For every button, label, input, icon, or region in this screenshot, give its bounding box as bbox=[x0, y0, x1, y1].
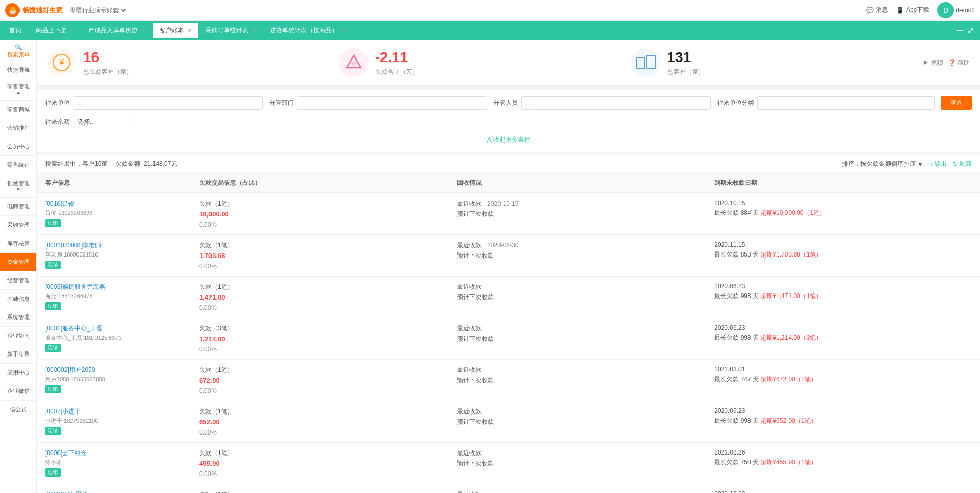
collect-info-0: 最近收款 2020-10-15 预计下次收款 bbox=[457, 200, 715, 220]
customer-phone-3: 服务中心_丁磊 181 0125 8371 bbox=[45, 334, 199, 342]
expand-filters-row[interactable]: ⋀ 收起更多条件 bbox=[45, 133, 972, 146]
filter-balance-select[interactable]: 选择... bbox=[73, 115, 134, 128]
customer-tag-2: 现销 bbox=[45, 302, 61, 310]
close-tab-product-status[interactable]: ✕ bbox=[71, 28, 75, 33]
debt-info-4: 欠款（1笔） 672.00 0.00% bbox=[199, 366, 457, 395]
tab-customer-account[interactable]: 客户账本 ✕ bbox=[153, 23, 198, 38]
collect-next-0: 预计下次收款 bbox=[457, 210, 715, 219]
filter-manager-input[interactable] bbox=[521, 96, 711, 110]
customer-name-4[interactable]: [000002]用户2050 bbox=[45, 366, 199, 374]
overdue-link-5[interactable]: 超期¥652.00（1笔） bbox=[760, 417, 817, 424]
video-btn[interactable]: ▶ 视频 bbox=[923, 58, 943, 67]
overdue-link-6[interactable]: 超期¥455.90（1笔） bbox=[760, 459, 817, 466]
filter-department-select[interactable] bbox=[297, 96, 487, 110]
customer-info-4: [000002]用户2050 用户2050 18665062050 现销 bbox=[45, 366, 199, 393]
customer-name-2[interactable]: [0003]畅捷服务尹海燕 bbox=[45, 283, 199, 291]
store-select[interactable]: 母婴行业演示账套 bbox=[68, 6, 127, 14]
close-tab-purchase-order[interactable]: ✕ bbox=[253, 28, 257, 33]
top-bar: 🐣 畅捷通好生意 母婴行业演示账套 💬 消息 📱 App下载 D demo2 bbox=[0, 0, 980, 21]
sidebar-item-finance[interactable]: 资金管理 bbox=[0, 253, 36, 271]
sidebar-item-member[interactable]: 会员中心 bbox=[0, 137, 36, 156]
tab-purchase-order[interactable]: 采购订单统计表 ✕ bbox=[199, 23, 263, 38]
debt-label-6: 欠款（1笔） bbox=[199, 449, 457, 458]
tab-home[interactable]: 首页 bbox=[2, 23, 29, 38]
customer-name-6[interactable]: [0006]去下粮仓 bbox=[45, 449, 199, 458]
sidebar-item-batch-mgmt[interactable]: 批发管理 ▼ bbox=[0, 174, 36, 198]
filter-row-2: 往来余额 选择... bbox=[45, 115, 972, 128]
debt-amount-1[interactable]: 1,703.68 bbox=[199, 252, 457, 260]
debt-ratio-0: 0.00% bbox=[199, 221, 457, 228]
collect-label-0: 最近收款 2020-10-15 bbox=[457, 200, 715, 208]
app-download-btn[interactable]: 📱 App下载 bbox=[896, 6, 929, 14]
results-bar: 搜索结果中，客户16家 欠款金额 -21,148.07元 排序：按欠款金额倒序排… bbox=[37, 155, 980, 172]
sidebar-item-vip[interactable]: 畅会员 bbox=[0, 401, 36, 419]
export-btn[interactable]: ↑ 导出 bbox=[930, 160, 947, 168]
tab-product-history[interactable]: 产成品入库单历史 ✕ bbox=[82, 23, 152, 38]
help-btn[interactable]: ❓ 帮助 bbox=[948, 58, 970, 67]
customer-tag-6: 现销 bbox=[45, 468, 61, 477]
table-row: [000002]用户2050 用户2050 18665062050 现销 欠款（… bbox=[37, 360, 980, 401]
tab-minimize-icon[interactable]: ─ bbox=[957, 26, 963, 35]
customer-tag-5: 现销 bbox=[45, 427, 61, 435]
refresh-btn[interactable]: ↻ 刷新 bbox=[953, 160, 972, 168]
filter-partner-input[interactable] bbox=[73, 96, 263, 110]
filter-category-select[interactable] bbox=[757, 96, 935, 110]
tab-import-stats[interactable]: 进货单统计表（按商品） ✕ bbox=[264, 23, 352, 38]
overdue-link-3[interactable]: 超期¥1,214.00（3笔） bbox=[760, 334, 822, 341]
sidebar-item-newbie[interactable]: 新手引导 bbox=[0, 345, 36, 364]
sidebar-item-system[interactable]: 系统管理 bbox=[0, 308, 36, 327]
customer-name-5[interactable]: [0007]小进干 bbox=[45, 407, 199, 416]
sidebar-item-inventory[interactable]: 库存核算 bbox=[0, 234, 36, 253]
chevron-up-icon: ⋀ bbox=[487, 136, 492, 143]
sort-label[interactable]: 排序：按欠款金额倒序排序 ▼ bbox=[842, 160, 924, 168]
customer-name-7[interactable]: [000001]黄思源 bbox=[45, 490, 199, 493]
sidebar-item-search[interactable]: 🔍 搜索菜单 bbox=[0, 40, 36, 63]
close-tab-product-history[interactable]: ✕ bbox=[142, 28, 146, 33]
overdue-link-4[interactable]: 超期¥672.00（1笔） bbox=[760, 376, 817, 383]
sidebar-item-retail-store[interactable]: 零售商城 bbox=[0, 101, 36, 119]
debt-amount-4[interactable]: 672.00 bbox=[199, 377, 457, 384]
overdue-link-2[interactable]: 超期¥1,471.00（1笔） bbox=[760, 292, 822, 300]
stats-row: ¥ 16 总欠款客户（家） ◇ -2.11 欠款合计（万） bbox=[37, 40, 980, 86]
filter-balance: 往来余额 选择... bbox=[45, 115, 972, 128]
sidebar-item-operations[interactable]: 经营管理 bbox=[0, 271, 36, 290]
sidebar-item-purchase[interactable]: 采购管理 bbox=[0, 216, 36, 234]
overdue-link-0[interactable]: 超期¥10,000.00（1笔） bbox=[760, 209, 825, 216]
svg-text:¥: ¥ bbox=[59, 58, 64, 67]
debt-amount-6[interactable]: 455.90 bbox=[199, 460, 457, 467]
close-tab-customer-account[interactable]: ✕ bbox=[188, 28, 192, 33]
debt-amount-3[interactable]: 1,214.00 bbox=[199, 335, 457, 343]
logo-text: 畅捷通好生意 bbox=[23, 6, 63, 15]
tab-expand-icon[interactable]: ⤢ bbox=[967, 26, 974, 35]
debt-amount-5[interactable]: 652.00 bbox=[199, 418, 457, 426]
search-button[interactable]: 查询 bbox=[941, 96, 972, 110]
collect-label-5: 最近收款 bbox=[457, 407, 715, 416]
sidebar-item-app-center[interactable]: 应用中心 bbox=[0, 364, 36, 382]
message-btn[interactable]: 💬 消息 bbox=[866, 6, 888, 14]
expire-info-6: 2021.02.26 最长欠款 750 天 超期¥455.90（1笔） bbox=[714, 449, 972, 467]
customer-name-1[interactable]: [0001020001]李老师 bbox=[45, 241, 199, 250]
user-avatar[interactable]: D demo2 bbox=[937, 2, 975, 18]
collect-info-4: 最近收款 预计下次收款 bbox=[457, 366, 715, 386]
sidebar-item-retail-stats[interactable]: 零售统计 bbox=[0, 156, 36, 174]
sidebar-item-retail-mgmt[interactable]: 零售管理 ▲ bbox=[0, 77, 36, 101]
sidebar-item-wechat[interactable]: 企业微信 bbox=[0, 382, 36, 401]
table-row: [000001]黄思源 黄思源 13552700226 现销 欠款（1笔） 42… bbox=[37, 484, 980, 493]
customer-info-0: [0016]吕俊 吕俊 13026203696 现销 bbox=[45, 200, 199, 227]
sidebar-item-enterprise[interactable]: 企业协同 bbox=[0, 327, 36, 345]
tab-product-status[interactable]: 商品上下架 ✕ bbox=[30, 23, 81, 38]
content-area: ¥ 16 总欠款客户（家） ◇ -2.11 欠款合计（万） bbox=[37, 40, 980, 493]
overdue-link-1[interactable]: 超期¥1,703.68（1笔） bbox=[760, 251, 822, 258]
customer-name-3[interactable]: [0002]服务中心_丁磊 bbox=[45, 324, 199, 333]
results-info: 搜索结果中，客户16家 欠款金额 -21,148.07元 bbox=[45, 160, 177, 168]
customer-name-0[interactable]: [0016]吕俊 bbox=[45, 200, 199, 208]
expire-days-2: 最长欠款 998 天 bbox=[714, 292, 760, 300]
sidebar-item-marketing[interactable]: 营销推广 bbox=[0, 119, 36, 137]
debt-amount-2[interactable]: 1,471.00 bbox=[199, 293, 457, 301]
sidebar-item-ecommerce[interactable]: 电商管理 bbox=[0, 198, 36, 216]
close-tab-import-stats[interactable]: ✕ bbox=[342, 28, 346, 33]
sidebar-item-quick-nav[interactable]: 快捷导航 bbox=[0, 63, 36, 77]
collect-next-3: 预计下次收款 bbox=[457, 334, 715, 343]
sidebar-item-basic-info[interactable]: 基础信息 bbox=[0, 290, 36, 308]
debt-amount-0[interactable]: 10,000.00 bbox=[199, 210, 457, 218]
